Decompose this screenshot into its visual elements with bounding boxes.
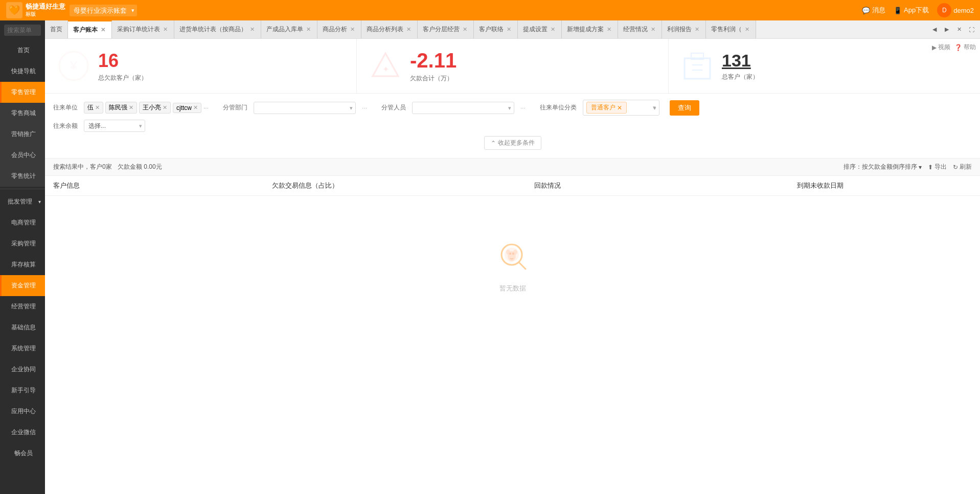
tab-operations-stat[interactable]: 经营情况 ✕ [618,20,662,39]
user-area[interactable]: D demo2 [937,3,974,17]
sidebar-search-input[interactable] [4,25,41,36]
tab-new-achievement-label: 新增提成方案 [567,25,604,34]
tab-new-achievement[interactable]: 新增提成方案 ✕ [562,20,618,39]
unit-tag-cj[interactable]: cjttcw ✕ [173,103,201,113]
tab-customer-tier-label: 客户分层经营 [423,25,460,34]
unit-tag-wu[interactable]: 伍 ✕ [84,102,103,114]
tab-prompt-settings[interactable]: 提成设置 ✕ [518,20,562,39]
help-btn[interactable]: ❓ 帮助 [954,43,976,52]
dept-filter-label: 分管部门 [223,103,247,112]
sidebar-item-guide[interactable]: 新手引导 [0,380,45,401]
sidebar-item-membership[interactable]: 畅会员 [0,443,45,464]
sidebar-item-cooperation[interactable]: 企业协同 [0,359,45,380]
sort-button[interactable]: 排序：按欠款金额倒序排序 ▾ [844,163,922,171]
tab-production-close[interactable]: ✕ [305,26,312,33]
refresh-button[interactable]: ↻ 刷新 [953,163,972,171]
tab-prompt-settings-close[interactable]: ✕ [550,26,556,33]
dept-extra-btn[interactable]: ··· [362,104,367,111]
unit-tag-wang[interactable]: 王小亮 ✕ [139,102,171,114]
tab-prev-btn[interactable]: ◀ [929,24,940,35]
export-button[interactable]: ⬆ 导出 [928,163,947,171]
tab-customer-contact[interactable]: 客户联络 ✕ [474,20,518,39]
sidebar-item-marketing[interactable]: 营销推广 [0,124,45,145]
unit-tag-wang-close[interactable]: ✕ [163,104,167,111]
tab-purchase-orders-close[interactable]: ✕ [162,26,169,33]
collapse-label: 收起更多条件 [498,139,535,147]
stat-content-total: 131 总客户（家） [722,51,968,81]
tab-purchase-stat[interactable]: 进货单统计表（按商品） ✕ [174,20,261,39]
sidebar-item-system[interactable]: 系统管理 [0,338,45,359]
video-btn[interactable]: ▶ 视频 [932,43,950,52]
sidebar-item-finance[interactable]: 资金管理 [0,275,45,296]
sidebar-item-basic[interactable]: 基础信息 [0,317,45,338]
sidebar-item-label: 系统管理 [11,345,36,352]
sidebar-item-quick[interactable]: 快捷导航 [0,61,45,82]
tab-goods-analysis[interactable]: 商品分析 ✕ [317,20,361,39]
stat-icon-customers: ¥ [57,50,90,82]
unit-tag-chen-close[interactable]: ✕ [129,104,133,111]
tab-profit-report[interactable]: 利润报告 ✕ [662,20,706,39]
tab-next-btn[interactable]: ▶ [941,24,952,35]
tab-customers-close[interactable]: ✕ [100,27,106,33]
sidebar-item-home[interactable]: 首页 [0,40,45,61]
tab-goods-analysis-list-close[interactable]: ✕ [405,26,412,33]
unit-type-tag[interactable]: 普通客户 ✕ [586,102,627,114]
tab-goods-analysis-list[interactable]: 商品分析列表 ✕ [361,20,418,39]
sidebar-item-retail-shop[interactable]: 零售商城 [0,103,45,124]
account-dropdown-wrapper[interactable]: 母婴行业演示账套 [70,5,137,16]
tab-retail-profit[interactable]: 零售利润（ ✕ [706,20,756,39]
dept-select[interactable] [254,102,356,114]
tab-operations-stat-close[interactable]: ✕ [650,26,656,33]
collapse-btn[interactable]: ⌃ 收起更多条件 [484,136,541,150]
unit-type-select-wrapper[interactable]: 普通客户 ✕ ▾ [583,100,659,116]
account-dropdown[interactable]: 母婴行业演示账套 [70,5,137,16]
unit-tag-wu-close[interactable]: ✕ [95,104,100,111]
tab-new-achievement-close[interactable]: ✕ [606,26,612,33]
tab-customer-tier[interactable]: 客户分层经营 ✕ [418,20,474,39]
tab-customer-tier-close[interactable]: ✕ [462,26,468,33]
sidebar-item-purchase[interactable]: 采购管理 [0,233,45,254]
tab-goods-analysis-close[interactable]: ✕ [349,26,356,33]
balance-select[interactable]: 选择... [84,120,145,132]
unit-type-tag-close[interactable]: ✕ [617,104,622,111]
query-button[interactable]: 查询 [670,100,699,116]
sidebar-item-member[interactable]: 会员中心 [0,145,45,166]
sidebar-item-retail-stat[interactable]: 零售统计 [0,166,45,187]
tab-customers[interactable]: 客户账本 ✕ [68,20,112,39]
person-extra-btn[interactable]: ··· [520,104,526,111]
tab-purchase-orders-label: 采购订单统计表 [117,25,160,34]
unit-tag-cj-close[interactable]: ✕ [193,104,198,111]
tab-customer-contact-close[interactable]: ✕ [506,26,512,33]
tab-purchase-stat-close[interactable]: ✕ [249,26,256,33]
tab-maximize-btn[interactable]: ⛶ [966,24,977,35]
tab-production[interactable]: 产成品入库单 ✕ [261,20,317,39]
app-download-btn[interactable]: 📱 App下载 [894,6,929,15]
sidebar-item-operations[interactable]: 经营管理 [0,296,45,317]
sidebar-item-ecommerce[interactable]: 电商管理 [0,212,45,233]
tab-purchase-orders[interactable]: 采购订单统计表 ✕ [112,20,174,39]
sidebar-item-retail[interactable]: 零售管理 [0,82,45,103]
sidebar-item-inventory[interactable]: 库存核算 [0,254,45,275]
tab-profit-report-close[interactable]: ✕ [694,26,700,33]
sidebar-item-wholesale[interactable]: 批发管理 ▾ [0,191,45,212]
message-btn[interactable]: 💬 消息 [862,6,885,15]
dept-select-wrapper[interactable] [254,102,356,114]
person-filter-label: 分管人员 [381,103,406,112]
person-select[interactable] [412,102,514,114]
sidebar-item-apps[interactable]: 应用中心 [0,401,45,422]
tab-prompt-settings-label: 提成设置 [523,25,548,34]
svg-rect-4 [685,58,710,79]
refresh-label: 刷新 [960,163,972,171]
tab-home[interactable]: 首页 [45,20,68,39]
sidebar-item-label: 零售商城 [11,109,36,117]
person-select-wrapper[interactable] [412,102,514,114]
tab-close-all-btn[interactable]: ✕ [953,24,965,35]
tab-retail-profit-close[interactable]: ✕ [744,26,750,33]
unit-tag-chen[interactable]: 陈民强 ✕ [105,102,137,114]
balance-select-wrapper[interactable]: 选择... [84,120,145,132]
logo-sub: 标版 [26,11,65,18]
unit-type-select-display[interactable]: 普通客户 ✕ ▾ [583,100,659,116]
sidebar-item-wechat[interactable]: 企业微信 [0,422,45,443]
filter-more-btn[interactable]: ··· [203,104,209,111]
chevron-icon: ▾ [38,199,41,205]
